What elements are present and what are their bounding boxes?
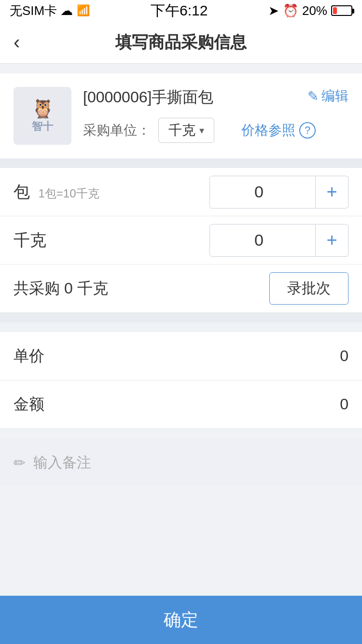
page-title: 填写商品采购信息 (115, 31, 247, 54)
unit-select[interactable]: 千克 ▾ (158, 118, 214, 143)
unit-price-label: 单价 (14, 346, 44, 367)
kg-quantity-input[interactable] (209, 224, 316, 257)
record-batch-button[interactable]: 录批次 (269, 272, 348, 305)
total-value: 0 (64, 280, 77, 297)
product-unit-row: 采购单位： 千克 ▾ 价格参照 ? (83, 118, 348, 143)
location-icon: ➤ (268, 3, 279, 18)
unit-price-value: 0 (340, 347, 348, 365)
status-right: ➤ ⏰ 20% (268, 3, 352, 18)
kg-label: 千克 (14, 229, 209, 252)
bag-sub-label: 1包=10千克 (38, 187, 99, 200)
section-divider-1 (0, 158, 362, 168)
amount-value: 0 (340, 395, 348, 413)
unit-value: 千克 (168, 121, 195, 140)
amount-label: 金额 (14, 394, 44, 415)
note-placeholder: 输入备注 (33, 453, 91, 473)
status-left: 无SIM卡 ☁ 📶 (10, 2, 90, 19)
total-row: 共采购 0 千克 录批次 (0, 265, 362, 313)
bag-label: 包 1包=10千克 (14, 181, 209, 203)
brand-label: 智十 (32, 119, 53, 134)
unit-price-row: 单价 0 (0, 332, 362, 380)
owl-icon: 🦉 (31, 98, 54, 119)
edit-button[interactable]: ✎ 编辑 (307, 87, 348, 105)
bag-input-wrap: + (209, 176, 348, 209)
bag-input-row: 包 1包=10千克 + (0, 168, 362, 216)
amount-row: 金额 0 (0, 380, 362, 429)
chevron-down-icon: ▾ (199, 125, 204, 136)
kg-input-row: 千克 + (0, 216, 362, 265)
status-bar: 无SIM卡 ☁ 📶 下午6:12 ➤ ⏰ 20% (0, 0, 362, 21)
battery-percent: 20% (302, 3, 327, 18)
section-divider-2 (0, 313, 362, 322)
battery-icon (331, 5, 352, 16)
bag-plus-button[interactable]: + (316, 176, 348, 209)
main-content: 🦉 智十 [0000006]手撕面包 采购单位： 千克 ▾ 价格参照 ? ✎ 编… (0, 64, 362, 545)
price-ref-label: 价格参照 (241, 121, 295, 140)
sim-status: 无SIM卡 ☁ (10, 2, 73, 19)
kg-input-wrap: + (209, 224, 348, 257)
alarm-icon: ⏰ (283, 3, 298, 18)
kg-plus-button[interactable]: + (316, 224, 348, 257)
confirm-button[interactable]: 确定 (0, 596, 362, 644)
bag-quantity-input[interactable] (209, 176, 316, 209)
note-section[interactable]: ✏ 输入备注 (0, 438, 362, 487)
product-card: 🦉 智十 [0000006]手撕面包 采购单位： 千克 ▾ 价格参照 ? ✎ 编… (0, 73, 362, 158)
pencil-icon: ✏ (14, 454, 26, 471)
edit-icon: ✎ (307, 88, 319, 104)
status-time: 下午6:12 (151, 1, 208, 21)
wifi-icon: 📶 (77, 4, 90, 17)
quantity-section: 包 1包=10千克 + 千克 + 共采购 0 千克 录批次 (0, 168, 362, 313)
back-button[interactable]: ‹ (14, 31, 20, 53)
price-ref-link[interactable]: 价格参照 ? (241, 121, 316, 140)
price-section: 单价 0 金额 0 (0, 332, 362, 429)
unit-label: 采购单位： (83, 121, 151, 140)
edit-label: 编辑 (321, 87, 348, 105)
product-image: 🦉 智十 (14, 87, 71, 145)
help-icon: ? (299, 122, 316, 139)
nav-bar: ‹ 填写商品采购信息 (0, 21, 362, 64)
total-label: 共采购 0 千克 (14, 278, 108, 299)
confirm-label: 确定 (164, 608, 198, 632)
